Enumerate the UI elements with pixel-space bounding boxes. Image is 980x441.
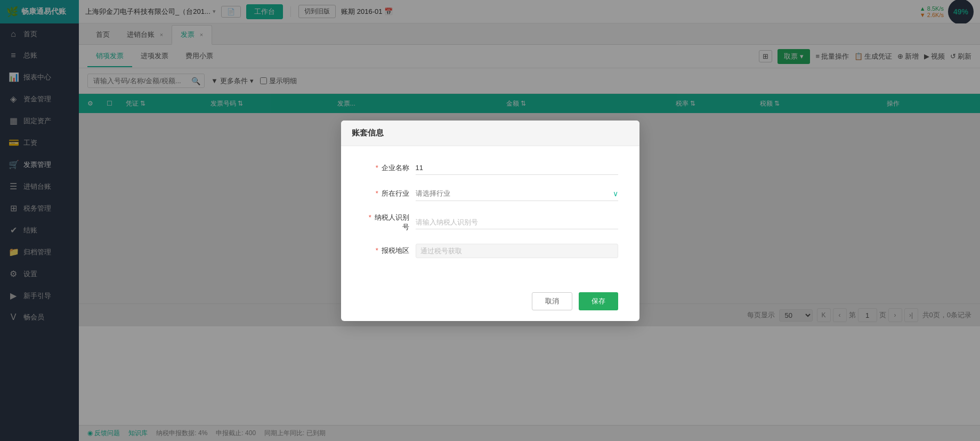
tax-id-input[interactable] bbox=[416, 215, 618, 229]
form-row-industry: * 所在行业 ∨ bbox=[362, 187, 618, 201]
company-name-label: * 企业名称 bbox=[362, 163, 416, 173]
form-row-company: * 企业名称 bbox=[362, 161, 618, 175]
modal-dialog: 账套信息 * 企业名称 * 所在行业 ∨ bbox=[341, 121, 639, 321]
industry-label: * 所在行业 bbox=[362, 189, 416, 198]
company-name-input[interactable] bbox=[416, 161, 618, 175]
save-button[interactable]: 保存 bbox=[579, 292, 618, 310]
form-row-tax-region: * 报税地区 bbox=[362, 244, 618, 258]
modal-header: 账套信息 bbox=[341, 121, 639, 146]
industry-input[interactable] bbox=[416, 189, 613, 197]
cancel-button[interactable]: 取消 bbox=[532, 292, 572, 310]
modal-footer: 取消 保存 bbox=[341, 285, 639, 321]
tax-region-label: * 报税地区 bbox=[362, 246, 416, 255]
industry-select[interactable]: ∨ bbox=[416, 187, 618, 201]
form-row-tax-id: * 纳税人识别号 bbox=[362, 213, 618, 232]
modal-title: 账套信息 bbox=[352, 128, 384, 137]
modal-overlay[interactable]: 账套信息 * 企业名称 * 所在行业 ∨ bbox=[0, 0, 980, 441]
modal-body: * 企业名称 * 所在行业 ∨ * 纳税人识 bbox=[341, 146, 639, 285]
tax-region-input bbox=[416, 244, 618, 258]
tax-id-label: * 纳税人识别号 bbox=[362, 213, 416, 232]
industry-dropdown-arrow: ∨ bbox=[613, 189, 618, 198]
